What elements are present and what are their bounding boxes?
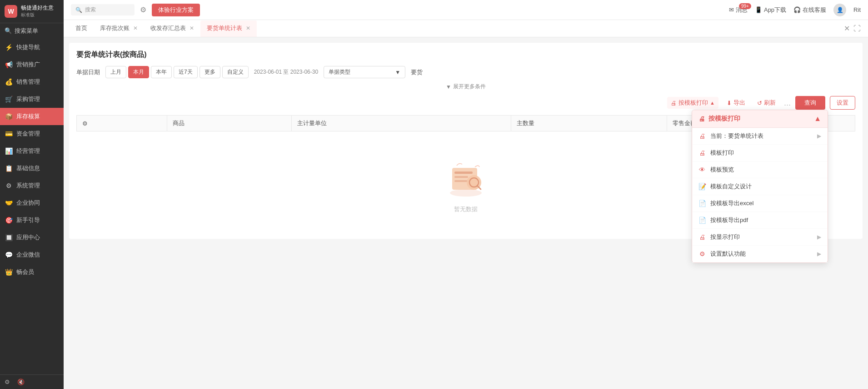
- settings-bottom-icon[interactable]: ⚙: [5, 379, 10, 385]
- dropdown-title-text: 按模板打印: [708, 115, 740, 123]
- username: Rit: [853, 6, 861, 13]
- more-options-btn[interactable]: ...: [784, 98, 791, 108]
- tab-receipt-summary[interactable]: 收发存汇总表✕: [144, 20, 200, 37]
- export-label: 导出: [733, 99, 745, 107]
- col-header-quantity: 主数量: [511, 116, 667, 131]
- sidebar-search[interactable]: 🔍 搜索菜单: [0, 23, 64, 39]
- sidebar-icon-system: ⚙: [5, 182, 13, 189]
- refresh-icon: ↺: [757, 100, 762, 106]
- app-badge: 标准版: [21, 12, 54, 18]
- sidebar-item-system[interactable]: ⚙ 系统管理: [0, 177, 64, 194]
- dropdown-item-icon-current: 🖨: [698, 132, 706, 140]
- header-gear-icon[interactable]: ⚙: [140, 5, 146, 14]
- expand-more-btn[interactable]: ▼ 展开更多条件: [446, 83, 486, 91]
- sidebar-label-member: 畅会员: [16, 268, 34, 276]
- sidebar-icon-collab: 🤝: [5, 199, 13, 207]
- dropdown-close-btn[interactable]: ▲: [814, 115, 821, 123]
- dropdown-item-label-export-excel: 按模板导出excel: [710, 199, 753, 207]
- date-btn-custom[interactable]: 自定义: [222, 66, 249, 78]
- expand-more-icon: ▼: [446, 84, 451, 90]
- sidebar-icon-sales: 💰: [5, 78, 13, 86]
- tab-label-receipt-summary: 收发存汇总表: [150, 24, 186, 32]
- sidebar-icon-guide: 🎯: [5, 217, 13, 224]
- date-btn-current-month[interactable]: 本月: [128, 66, 149, 78]
- sidebar-item-operation[interactable]: 📊 经营管理: [0, 142, 64, 160]
- empty-icon: [443, 159, 489, 200]
- dropdown-item-current[interactable]: 🖨 当前：要货单统计表 ▶: [692, 128, 828, 145]
- tab-home[interactable]: 首页: [69, 20, 94, 37]
- dropdown-item-export-excel[interactable]: 📄 按模板导出excel: [692, 195, 828, 212]
- header-messages[interactable]: ✉ 消息 99+: [729, 6, 748, 14]
- sidebar-item-purchase[interactable]: 🛒 采购管理: [0, 91, 64, 108]
- sidebar-item-collab[interactable]: 🤝 企业协同: [0, 194, 64, 212]
- dropdown-item-template-design[interactable]: 📝 模板自定义设计: [692, 178, 828, 195]
- sidebar-icon-marketing: 📢: [5, 61, 13, 68]
- sidebar-item-marketing[interactable]: 📢 营销推广: [0, 56, 64, 73]
- dropdown-item-export-pdf[interactable]: 📄 按模板导出pdf: [692, 212, 828, 229]
- dropdown-item-arrow-current: ▶: [817, 133, 821, 139]
- sidebar-item-quick-nav[interactable]: ⚡ 快捷导航: [0, 39, 64, 56]
- dropdown-item-icon-set-default: ⚙: [698, 250, 706, 258]
- print-dropdown-panel: 🖨 按模板打印 ▲ 🖨 当前：要货单统计表 ▶ 🖨 模板打印 👁 模板预览 📝 …: [692, 110, 828, 263]
- sidebar-icon-basic: 📋: [5, 165, 13, 172]
- dropdown-item-left-display-print: 🖨 按显示打印: [698, 233, 740, 241]
- tab-close-all-btn[interactable]: ✕: [842, 22, 852, 35]
- col-header-settings[interactable]: ⚙: [77, 116, 167, 131]
- tab-batch-account[interactable]: 库存批次账✕: [94, 20, 144, 37]
- tab-close-batch-account[interactable]: ✕: [133, 25, 138, 31]
- sidebar-item-guide[interactable]: 🎯 新手引导: [0, 212, 64, 229]
- date-btn-more[interactable]: 更多: [200, 66, 220, 78]
- sidebar-item-inventory[interactable]: 📦 库存核算: [0, 108, 64, 125]
- sidebar-item-basic[interactable]: 📋 基础信息: [0, 160, 64, 177]
- date-range: 2023-06-01 至 2023-06-30: [254, 68, 318, 76]
- sidebar-label-purchase: 采购管理: [16, 95, 40, 103]
- tab-expand-btn[interactable]: ⛶: [852, 23, 863, 35]
- refresh-btn[interactable]: ↺ 刷新: [753, 97, 779, 109]
- dropdown-item-label-export-pdf: 按模板导出pdf: [710, 216, 748, 224]
- dropdown-item-left-set-default: ⚙ 设置默认功能: [698, 250, 746, 258]
- type-select-arrow: ▼: [395, 69, 400, 76]
- dropdown-item-icon-export-excel: 📄: [698, 200, 706, 207]
- msg-badge: 99+: [739, 3, 751, 9]
- print-icon: 🖨: [671, 100, 677, 106]
- trial-btn[interactable]: 体验行业方案: [152, 4, 200, 16]
- sidebar-item-member[interactable]: 👑 畅会员: [0, 263, 64, 281]
- header-search-box[interactable]: 🔍 搜索: [71, 4, 135, 15]
- dropdown-item-icon-template-print: 🖨: [698, 149, 706, 157]
- tab-close-order-stats[interactable]: ✕: [246, 25, 250, 31]
- date-btn-prev-month[interactable]: 上月: [105, 66, 126, 78]
- date-btn-last7days[interactable]: 近7天: [174, 66, 198, 78]
- page-content: 要货单统计表(按商品) 单据日期 上月本月本年近7天更多自定义 2023-06-…: [64, 37, 868, 389]
- sidebar-icon-wecom: 💬: [5, 251, 13, 258]
- sidebar-item-apps[interactable]: 🔲 应用中心: [0, 229, 64, 246]
- dropdown-item-template-print[interactable]: 🖨 模板打印: [692, 145, 828, 162]
- sidebar-item-wecom[interactable]: 💬 企业微信: [0, 246, 64, 263]
- sidebar-item-finance[interactable]: 💳 资金管理: [0, 125, 64, 142]
- sidebar-item-sales[interactable]: 💰 销售管理: [0, 73, 64, 91]
- tab-order-stats[interactable]: 要货单统计表✕: [200, 20, 257, 37]
- dropdown-item-set-default[interactable]: ⚙ 设置默认功能 ▶: [692, 246, 828, 263]
- mute-icon[interactable]: 🔇: [17, 379, 25, 385]
- dropdown-item-template-preview[interactable]: 👁 模板预览: [692, 162, 828, 178]
- dropdown-item-icon-export-pdf: 📄: [698, 217, 706, 224]
- dropdown-item-label-set-default: 设置默认功能: [710, 250, 746, 258]
- sidebar-label-finance: 资金管理: [16, 130, 40, 138]
- expand-more-label: 展开更多条件: [453, 83, 486, 91]
- date-btn-current-year[interactable]: 本年: [151, 66, 172, 78]
- sidebar-label-quick-nav: 快捷导航: [16, 43, 40, 51]
- query-btn[interactable]: 查询: [795, 96, 825, 110]
- sidebar-label-guide: 新手引导: [16, 216, 40, 224]
- export-btn[interactable]: ⬇ 导出: [723, 97, 749, 109]
- svg-rect-2: [454, 172, 473, 174]
- settings-btn[interactable]: 设置: [830, 96, 855, 110]
- tab-close-receipt-summary[interactable]: ✕: [190, 25, 194, 31]
- sidebar-icon-purchase: 🛒: [5, 96, 13, 103]
- message-icon: ✉: [729, 6, 734, 13]
- service-label: 在线客服: [803, 6, 826, 14]
- header-app-download[interactable]: 📱 App下载: [755, 6, 786, 14]
- print-template-btn[interactable]: 🖨 按模板打印 ▲: [667, 97, 718, 109]
- header-customer-service[interactable]: 🎧 在线客服: [793, 6, 826, 14]
- type-filter-select[interactable]: 单据类型 ▼: [324, 66, 405, 78]
- svg-point-0: [450, 189, 482, 197]
- dropdown-item-display-print[interactable]: 🖨 按显示打印 ▶: [692, 229, 828, 246]
